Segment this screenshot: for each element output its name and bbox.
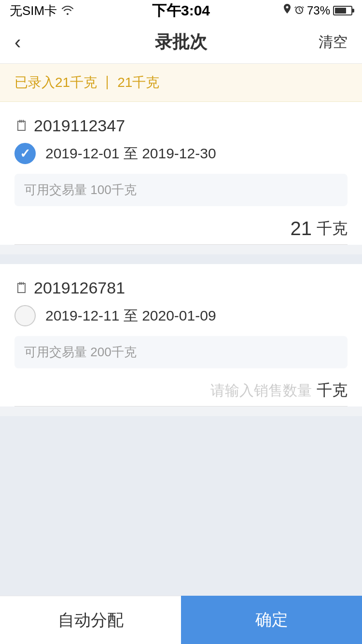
battery-percent: 73% [307, 4, 330, 17]
section-separator-1 [0, 254, 362, 264]
page-title: 录批次 [155, 30, 207, 54]
sales-quantity-placeholder[interactable]: 请输入销售数量 [14, 381, 312, 401]
sim-text: 无SIM卡 [10, 2, 57, 19]
status-right: 73% [283, 4, 352, 17]
scroll-content: 🗒 2019112347 2019-12-01 至 2019-12-30 可用交… [0, 102, 362, 644]
batch-1-radio[interactable] [14, 143, 36, 164]
batch-2-radio[interactable] [14, 305, 36, 326]
batch-1-available: 可用交易量 100千克 [24, 182, 137, 197]
batch-2-unit: 千克 [317, 380, 348, 401]
back-button[interactable]: ‹ [14, 31, 43, 53]
batch-2-available: 可用交易量 200千克 [24, 345, 137, 359]
batch-1-date: 2019-12-01 至 2019-12-30 [45, 144, 216, 164]
batch-1-icon: 🗒 [14, 118, 29, 134]
total-text: 21千克 [117, 73, 159, 92]
nav-bar: ‹ 录批次 清空 [0, 21, 362, 64]
batch-2-card: 🗒 2019126781 2019-12-11 至 2020-01-09 可用交… [0, 264, 362, 406]
banner-divider [107, 76, 108, 89]
status-left: 无SIM卡 [10, 2, 74, 19]
batch-1-unit: 千克 [317, 218, 348, 239]
batch-1-amount: 21 [291, 218, 312, 239]
batch-2-id: 2019126781 [34, 279, 125, 297]
clear-button[interactable]: 清空 [319, 32, 348, 52]
bottom-bar: 自动分配 确定 [0, 596, 362, 644]
batch-1-amount-row: 21 千克 [0, 206, 362, 244]
batch-1-id-row: 🗒 2019112347 [14, 116, 348, 135]
battery-icon [333, 6, 352, 15]
location-icon [283, 4, 292, 17]
batch-2-date-row[interactable]: 2019-12-11 至 2020-01-09 [14, 305, 348, 326]
batch-2-underline [14, 406, 348, 406]
empty-space [0, 416, 362, 609]
confirm-button[interactable]: 确定 [181, 596, 362, 644]
batch-2-date: 2019-12-11 至 2020-01-09 [45, 306, 216, 326]
batch-2-info-box: 可用交易量 200千克 [14, 336, 348, 368]
batch-1-id: 2019112347 [34, 116, 125, 135]
status-bar: 无SIM卡 下午3:04 [0, 0, 362, 21]
batch-2-icon: 🗒 [14, 280, 29, 296]
status-time: 下午3:04 [152, 1, 210, 21]
wifi-icon [61, 3, 74, 18]
info-banner: 已录入21千克 21千克 [0, 64, 362, 102]
batch-1-underline [14, 244, 348, 245]
batch-2-input-row[interactable]: 请输入销售数量 千克 [0, 368, 362, 406]
batch-1-date-row[interactable]: 2019-12-01 至 2019-12-30 [14, 143, 348, 164]
alarm-icon [294, 4, 304, 17]
batch-1-card: 🗒 2019112347 2019-12-01 至 2019-12-30 可用交… [0, 102, 362, 245]
recorded-text: 已录入21千克 [14, 73, 97, 92]
batch-2-id-row: 🗒 2019126781 [14, 279, 348, 297]
auto-distribute-button[interactable]: 自动分配 [0, 596, 181, 644]
batch-1-info-box: 可用交易量 100千克 [14, 174, 348, 206]
